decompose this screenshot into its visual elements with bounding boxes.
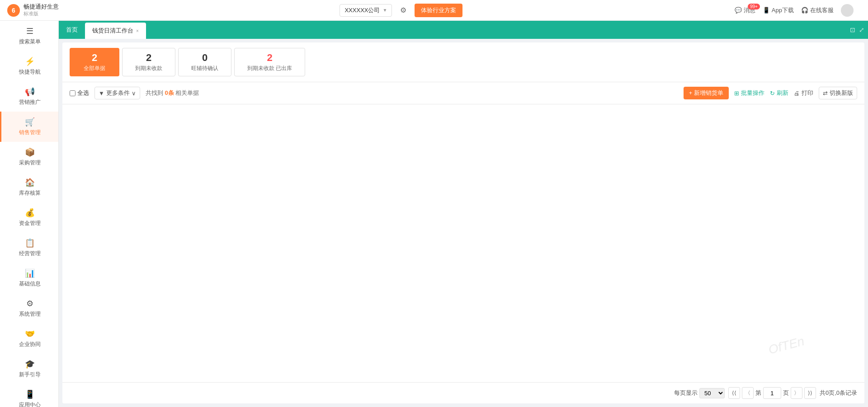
tab-home[interactable]: 首页 [59,21,85,39]
toolbar: 全选 ▼ 更多条件 ∨ 共找到 0条 相关单据 + 新增销货单 ⊞ 批量操作 [62,82,864,104]
online-service-label: 在线客服 [810,6,834,14]
logo-icon: 6 [7,4,20,17]
select-all-label: 全选 [77,89,89,97]
tab-minimize-icon[interactable]: ⊡ [850,26,855,33]
sidebar-item-search[interactable]: ☰ 搜索菜单 [0,21,58,51]
avatar[interactable] [841,4,854,17]
switch-version-button[interactable]: ⇄ 切换新版 [819,87,857,99]
purchase-icon: 📦 [25,147,35,157]
sidebar-item-label: 应用中心 [19,401,41,407]
page-nav: ⟨⟨ 〈 第 页 〉 ⟩⟩ [728,387,816,399]
sidebar-item-marketing[interactable]: 📢 营销推广 [0,81,58,112]
message-badge: 99+ [748,4,760,9]
logo-text-block: 畅捷通好生意 标准版 [24,3,59,17]
status-card-count: 2 [92,52,97,64]
status-card-shipped[interactable]: 2 到期未收款 已出库 [234,48,305,76]
toolbar-right: + 新增销货单 ⊞ 批量操作 ↻ 刷新 🖨 打印 ⇄ [684,87,857,99]
logo-area: 6 畅捷通好生意 标准版 [7,3,59,17]
sidebar: ☰ 搜索菜单 ⚡ 快捷导航 📢 营销推广 🛒 销售管理 📦 采购管理 🏠 库存核… [0,21,59,407]
sidebar-item-basic-info[interactable]: 📊 基础信息 [0,263,58,293]
page-number-input[interactable] [763,387,781,399]
sidebar-item-system[interactable]: ⚙ 系统管理 [0,293,58,323]
found-suffix: 相关单据 [175,89,199,96]
cooperation-icon: 🤝 [25,329,35,339]
tab-workbench-label: 钱货日清工作台 [92,27,133,35]
prev-page-button[interactable]: 〈 [742,387,754,399]
sidebar-item-label: 销售管理 [19,129,41,136]
print-label: 打印 [802,89,813,97]
status-card-label: 全部单据 [84,65,105,72]
trial-button[interactable]: 体验行业方案 [415,4,462,17]
tab-workbench[interactable]: 钱货日清工作台 × [85,23,146,39]
marketing-icon: 📢 [25,87,35,97]
basic-info-icon: 📊 [25,268,35,278]
sidebar-item-guide[interactable]: 🎓 新手引导 [0,354,58,384]
company-name: XXXXXX公司 [344,6,380,14]
sidebar-item-inventory[interactable]: 🏠 库存核算 [0,172,58,202]
sidebar-item-purchase[interactable]: 📦 采购管理 [0,142,58,172]
tab-close-icon[interactable]: × [136,28,139,33]
tab-maximize-icon[interactable]: ⤢ [859,26,864,33]
status-card-count: 0 [202,52,208,64]
sidebar-item-label: 系统管理 [19,310,41,318]
found-info: 共找到 0条 相关单据 [146,89,199,97]
sidebar-item-apps[interactable]: 📱 应用中心 [0,384,58,407]
sidebar-item-label: 经营管理 [19,250,41,257]
status-card-overdue-payment[interactable]: 2 到期未收款 [122,48,175,76]
sidebar-item-label: 企业协同 [19,341,41,348]
select-all-input[interactable] [70,90,75,96]
message-button[interactable]: 💬 消息 99+ [735,6,755,14]
filter-button[interactable]: ▼ 更多条件 ∨ [94,87,140,99]
tab-bar: 首页 钱货日清工作台 × ⊡ ⤢ [59,21,868,39]
sidebar-item-label: 资金管理 [19,220,41,227]
company-selector[interactable]: XXXXXX公司 ▼ [340,4,392,17]
operations-icon: 📋 [25,238,35,248]
filter-icon: ▼ [99,90,104,97]
settings-icon[interactable]: ⚙ [400,6,406,14]
select-all-checkbox[interactable]: 全选 [70,89,89,97]
online-service-button[interactable]: 🎧 在线客服 [801,6,834,14]
status-card-label: 旺辅待确认 [191,65,218,72]
sidebar-item-cooperation[interactable]: 🤝 企业协同 [0,323,58,354]
per-page-label: 每页显示 [674,389,698,397]
guide-icon: 🎓 [25,359,35,369]
content-area: 首页 钱货日清工作台 × ⊡ ⤢ 2 全部单据 2 到期未收款 [59,21,868,407]
app-download-label: App下载 [772,6,794,14]
pagination-bar: 每页显示 50 100 200 ⟨⟨ 〈 第 页 〉 ⟩⟩ 共0页,0条 [62,382,864,403]
status-card-all[interactable]: 2 全部单据 [70,48,119,76]
filter-label: 更多条件 [106,89,130,97]
dropdown-arrow-icon: ▼ [382,8,387,13]
found-prefix: 共找到 [146,89,163,96]
app-download-icon: 📱 [763,7,770,14]
found-count: 0条 [165,89,174,96]
new-order-button[interactable]: + 新增销货单 [684,87,729,99]
print-button[interactable]: 🖨 打印 [794,89,813,97]
status-card-count: 2 [146,52,151,64]
sidebar-item-label: 新手引导 [19,371,41,379]
sidebar-item-finance[interactable]: 💰 资金管理 [0,202,58,233]
status-card-pending-confirm[interactable]: 0 旺辅待确认 [178,48,231,76]
app-download-button[interactable]: 📱 App下载 [763,6,794,14]
apps-icon: 📱 [25,389,35,399]
next-page-button[interactable]: 〉 [791,387,802,399]
sales-icon: 🛒 [25,117,35,127]
main-layout: ☰ 搜索菜单 ⚡ 快捷导航 📢 营销推广 🛒 销售管理 📦 采购管理 🏠 库存核… [0,21,868,407]
total-info: 共0页,0条记录 [820,389,857,397]
search-menu-icon: ☰ [26,26,33,36]
app-version: 标准版 [24,10,59,17]
system-icon: ⚙ [26,299,33,309]
page-size-select[interactable]: 50 100 200 [699,388,725,398]
sidebar-item-quicknav[interactable]: ⚡ 快捷导航 [0,51,58,81]
refresh-button[interactable]: ↻ 刷新 [770,89,788,97]
first-page-button[interactable]: ⟨⟨ [728,387,740,399]
status-card-label: 到期未收款 [135,65,162,72]
online-service-icon: 🎧 [801,7,808,14]
finance-icon: 💰 [25,208,35,218]
sidebar-item-sales[interactable]: 🛒 销售管理 [0,112,58,142]
quicknav-icon: ⚡ [25,56,35,66]
tab-bar-right: ⊡ ⤢ [850,26,868,33]
sidebar-item-operations[interactable]: 📋 经营管理 [0,233,58,263]
filter-dropdown-icon: ∨ [132,90,136,97]
batch-operation-button[interactable]: ⊞ 批量操作 [734,89,764,97]
last-page-button[interactable]: ⟩⟩ [804,387,816,399]
